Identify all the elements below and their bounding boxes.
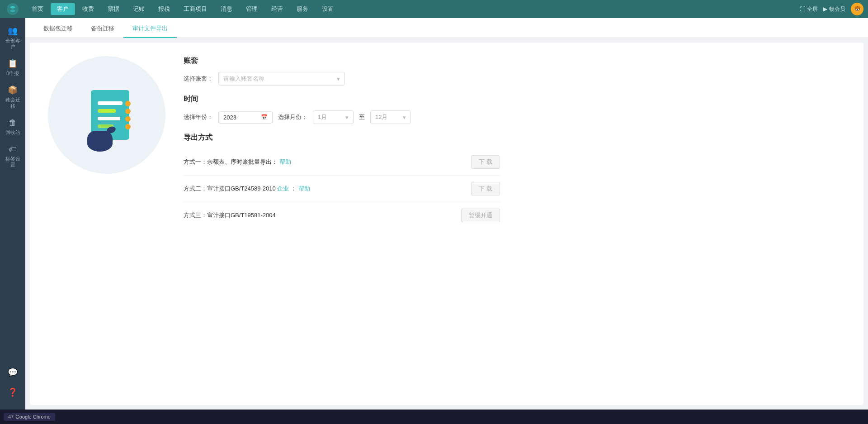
sidebar-bottom: 💬 ❓ [5,364,21,405]
chrome-label: Google Chrome [15,414,51,419]
zero-declare-icon: 📋 [8,59,18,69]
all-customers-icon: 👥 [8,26,18,36]
nav-tax[interactable]: 报税 [152,3,176,15]
app-logo [5,1,21,17]
year-input[interactable]: 2023 📅 [218,111,273,124]
account-select-row: 选择账套： 请输入账套名称 ▾ [184,72,500,86]
method-3-temp-button[interactable]: 暂缓开通 [461,209,500,222]
sidebar-item-tag-settings[interactable]: 🏷 标签设置 [1,141,24,172]
method-1-download-button[interactable]: 下 载 [471,155,500,169]
sidebar-item-label: 0申报 [6,71,19,76]
svg-point-8 [125,116,131,122]
taskbar: 47 Google Chrome [0,410,868,424]
nav-business[interactable]: 工商项目 [177,3,213,15]
tab-data-migrate[interactable]: 数据包迁移 [34,20,82,38]
svg-point-7 [125,109,131,114]
export-method-3: 方式三：审计接口GB/T19581-2004 暂缓开通 [184,202,500,229]
svg-rect-3 [98,109,116,113]
sidebar-item-all-customers[interactable]: 👥 全部客户 [1,23,24,53]
nav-home[interactable]: 首页 [25,3,50,15]
tab-bar: 数据包迁移 备份迁移 审计文件导出 [25,18,868,38]
svg-point-6 [125,101,131,106]
nav-manage[interactable]: 管理 [240,3,264,15]
svg-rect-2 [98,101,123,105]
avatar[interactable]: 🐯 [851,3,863,15]
method-2-company: 企业 [277,185,289,192]
nav-invoice[interactable]: 票据 [101,3,126,15]
month-select-label: 选择月份： [278,113,307,121]
export-method-1: 方式一：余额表、序时账批量导出： 帮助 下 载 [184,149,500,176]
time-section-title: 时间 [184,95,500,104]
fullscreen-label: 全屏 [807,5,818,13]
calendar-icon: 📅 [261,114,268,120]
sidebar-message-icon[interactable]: 💬 [5,364,21,381]
method-1-help-link[interactable]: 帮助 [279,158,291,165]
recycle-icon: 🗑 [9,118,17,128]
svg-rect-11 [87,131,113,150]
account-select-placeholder: 请输入账套名称 [223,75,264,83]
method-3-label: 方式三：审计接口GB/T19581-2004 [184,212,276,219]
nav-settings[interactable]: 设置 [316,3,340,15]
time-section: 时间 选择年份： 2023 📅 选择月份： 1月 ▾ [184,95,500,124]
sidebar-item-label: 回收站 [5,129,20,135]
method-2-download-button[interactable]: 下 载 [471,182,500,195]
nav-accounting[interactable]: 记账 [127,3,151,15]
method-3-text: 方式三：审计接口GB/T19581-2004 [184,211,276,219]
nav-customer[interactable]: 客户 [51,3,75,15]
month-start-arrow-icon: ▾ [345,114,349,121]
tab-audit-export[interactable]: 审计文件导出 [123,20,177,38]
left-sidebar: 👥 全部客户 📋 0申报 📦 账套迁移 🗑 回收站 🏷 标签设置 💬 ❓ [0,18,25,410]
method-1-label: 方式一：余额表、序时账批量导出： [184,158,278,165]
tag-icon: 🏷 [9,145,17,155]
sidebar-item-account-migrate[interactable]: 📦 账套迁移 [1,82,24,113]
export-section: 导出方式 方式一：余额表、序时账批量导出： 帮助 下 载 [184,133,500,229]
nav-service[interactable]: 服务 [290,3,315,15]
time-row: 选择年份： 2023 📅 选择月份： 1月 ▾ 至 [184,110,500,124]
nav-message[interactable]: 消息 [214,3,239,15]
account-select-label: 选择账套： [184,75,213,83]
nav-fee[interactable]: 收费 [76,3,100,15]
year-select-label: 选择年份： [184,113,213,121]
svg-rect-4 [98,117,120,120]
svg-point-0 [7,3,19,15]
export-section-title: 导出方式 [184,133,500,143]
year-value: 2023 [223,114,236,121]
month-end-select[interactable]: 12月 ▾ [370,110,411,124]
page-content: 账套 选择账套： 请输入账套名称 ▾ 时间 选择年份： [30,43,863,405]
taskbar-chrome[interactable]: 47 Google Chrome [4,413,55,421]
sidebar-item-label: 全部客户 [3,38,22,50]
chrome-num: 47 [8,414,14,419]
vip-button[interactable]: ▶ 畅会员 [823,5,845,13]
account-migrate-icon: 📦 [8,86,18,95]
method-2-label: 方式二：审计接口GB/T24589-2010 [184,185,276,192]
form-section: 账套 选择账套： 请输入账套名称 ▾ 时间 选择年份： [184,56,500,235]
export-method-2: 方式二：审计接口GB/T24589-2010 企业 ： 帮助 下 载 [184,176,500,202]
month-end-value: 12月 [375,113,387,121]
month-start-value: 1月 [318,113,327,121]
method-2-text: 方式二：审计接口GB/T24589-2010 企业 ： 帮助 [184,185,310,193]
account-select-dropdown[interactable]: 请输入账套名称 ▾ [218,72,345,86]
content-area: 数据包迁移 备份迁移 审计文件导出 [25,18,868,410]
vip-icon: ▶ [823,6,827,12]
tab-backup-migrate[interactable]: 备份迁移 [82,20,123,38]
method-2-colon: ： [291,185,297,192]
method-2-help-link[interactable]: 帮助 [298,185,310,192]
main-layout: 👥 全部客户 📋 0申报 📦 账套迁移 🗑 回收站 🏷 标签设置 💬 ❓ 数据包… [0,18,868,410]
fullscreen-icon: ⛶ [800,6,805,12]
sidebar-item-recycle[interactable]: 🗑 回收站 [1,114,24,139]
svg-point-9 [125,124,131,129]
nav-operation[interactable]: 经营 [265,3,289,15]
illustration [48,56,165,174]
sidebar-help-icon[interactable]: ❓ [5,384,21,400]
content-wrapper: 账套 选择账套： 请输入账套名称 ▾ 时间 选择年份： [48,56,845,235]
method-1-text: 方式一：余额表、序时账批量导出： 帮助 [184,158,291,166]
month-start-select[interactable]: 1月 ▾ [313,110,354,124]
fullscreen-button[interactable]: ⛶ 全屏 [800,5,818,13]
time-separator: 至 [359,113,365,121]
month-end-arrow-icon: ▾ [403,114,406,121]
sidebar-item-zero-declare[interactable]: 📋 0申报 [1,55,24,80]
account-section-title: 账套 [184,56,500,66]
top-nav-right: ⛶ 全屏 ▶ 畅会员 🐯 [800,3,863,15]
dropdown-arrow-icon: ▾ [337,76,340,82]
top-navigation: 首页 客户 收费 票据 记账 报税 工商项目 消息 管理 经营 服务 设置 ⛶ … [0,0,868,18]
